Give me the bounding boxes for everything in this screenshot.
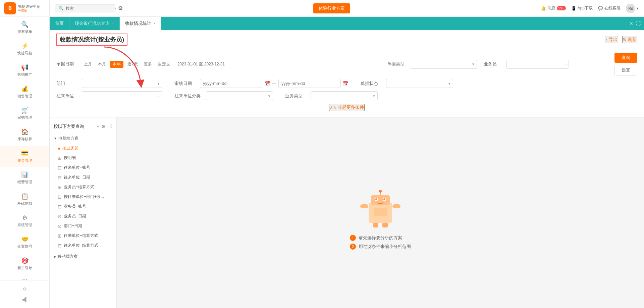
date-more-btn[interactable]: 更多 — [142, 61, 154, 68]
svg-point-5 — [383, 198, 385, 200]
review-date-from-input[interactable] — [200, 79, 262, 88]
sidebar-item-hardware[interactable]: 📡智能硬件 — [0, 274, 49, 280]
scheme-item-0[interactable]: ●按业务员 — [50, 143, 116, 153]
query-buttons: 查询 设置 — [614, 53, 637, 75]
doc-type-select-wrapper — [410, 60, 477, 69]
counterpart-class-label: 往来单位分类 — [174, 93, 201, 99]
tab-bank-flow-close[interactable]: × — [112, 21, 114, 26]
sidebar-collapse[interactable]: ◀▌ — [0, 294, 49, 305]
dropdown-arrow-user[interactable]: ▾ — [637, 6, 639, 11]
user-profile[interactable]: Rit ▾ — [626, 4, 639, 13]
sidebar-item-purchase[interactable]: 🛒采购管理 — [0, 103, 49, 124]
scheme-item-5[interactable]: ⊟按往来单位+部门+收... — [50, 192, 116, 202]
sidebar-item-guide[interactable]: 🎯新手引导 — [0, 253, 49, 274]
notification-btn[interactable]: 🔔 消息 99+ — [541, 5, 566, 11]
calendar-to-icon[interactable]: 📅 — [343, 81, 348, 86]
tabbar-right: ✕ ⛶ — [626, 17, 644, 30]
counterpart-class-select[interactable] — [206, 91, 273, 100]
sidebar-item-base-info[interactable]: 📋基础信息 — [0, 189, 49, 210]
online-service-btn[interactable]: 💬 在线客服 — [598, 5, 621, 11]
collapse-more-btn[interactable]: ∧∧ 收起更多条件 — [329, 104, 365, 111]
business-type-select[interactable] — [311, 91, 378, 100]
filter-settings-button[interactable]: 设置 — [614, 65, 637, 75]
scheme-item-6[interactable]: ⊟业务员+账号 — [50, 202, 116, 211]
sidebar-item-finance[interactable]: 💳资金管理 — [0, 146, 49, 167]
department-select[interactable] — [82, 79, 162, 88]
scheme-item-label-8: 部门+日期 — [64, 223, 82, 229]
scheme-group-mobile-header[interactable]: ▶ 移动端方案 — [50, 252, 116, 261]
dropdown-arrow[interactable]: ▾ — [115, 6, 116, 10]
review-date-range: 📅 — 📅 — [200, 79, 348, 88]
app-download-btn[interactable]: 📱 App下载 — [571, 5, 593, 11]
topbar: 🔍 ▾ ⚙ 体验行业方案 🔔 消息 99+ 📱 App下载 — [50, 0, 644, 17]
salesperson-label: 业务员 — [484, 61, 504, 67]
scheme-item-9[interactable]: ⊞往来单位+结算方式 — [50, 231, 116, 241]
scheme-item-1[interactable]: ⊞按明细 — [50, 153, 116, 163]
sidebar-settings[interactable]: ⚙ — [0, 284, 49, 294]
svg-rect-9 — [382, 223, 388, 227]
counterpart-more-icon[interactable]: ··· — [157, 94, 160, 98]
date-divider: — — [272, 81, 276, 86]
scheme-item-label-0: 按业务员 — [62, 145, 78, 151]
window-close-btn[interactable]: ✕ — [629, 21, 633, 26]
svg-rect-6 — [360, 204, 368, 208]
date-cur-year-btn[interactable]: 本年 — [110, 61, 123, 68]
right-content: 1 请先选择要分析的方案 2 用过滤条件来缩小分析范围 — [117, 117, 644, 308]
sidebar-item-sales[interactable]: 💰销售管理 — [0, 81, 49, 103]
page-content: 收款情况统计(按业务员) ↑ 导出 ↻ 刷新 单据日期 上月 — [50, 30, 644, 308]
scheme-item-2[interactable]: ⊟往来单位+账号 — [50, 163, 116, 172]
tab-home[interactable]: 首页 — [50, 17, 69, 30]
svg-rect-8 — [373, 223, 378, 227]
date-7days-btn[interactable]: 近7天 — [125, 61, 140, 68]
sidebar-item-system[interactable]: ⚙系统管理 — [0, 210, 49, 232]
date-custom-btn[interactable]: 自定义 — [156, 61, 172, 68]
sidebar-item-search[interactable]: 🔍搜索菜单 — [0, 17, 49, 38]
counterpart-label: 往来单位 — [56, 93, 76, 99]
scheme-item-7[interactable]: ⊙业务员+日期 — [50, 211, 116, 221]
salesperson-more-icon[interactable]: ··· — [564, 62, 567, 66]
tab-receipt-stats[interactable]: 收款情况统计 × — [120, 17, 161, 30]
scheme-settings-btn[interactable]: ⚙ — [101, 123, 106, 130]
scheme-item-label-10: 往来单位+结算方式 — [64, 243, 98, 248]
review-date-to-input[interactable] — [278, 79, 341, 88]
date-prev-month-btn[interactable]: 上月 — [82, 61, 94, 68]
scheme-group-desktop-header[interactable]: ▼ 电脑端方案 — [50, 134, 116, 143]
sidebar-item-quick-nav[interactable]: ⚡快捷导航 — [0, 38, 49, 60]
tab-receipt-stats-close[interactable]: × — [153, 21, 156, 26]
query-button[interactable]: 查询 — [614, 53, 637, 63]
refresh-button[interactable]: ↻ 刷新 — [622, 36, 637, 43]
scheme-add-btn[interactable]: + — [97, 123, 99, 130]
scheme-item-label-6: 业务员+账号 — [64, 204, 86, 209]
left-panel: 按以下方案查询 + ⚙ 《 ▼ 电脑端方案 — [50, 117, 117, 308]
counterpart-input[interactable] — [82, 91, 162, 100]
date-range-display: 2023-01-01 至 2023-12-31 — [177, 61, 225, 67]
window-maximize-btn[interactable]: ⛶ — [636, 21, 641, 26]
calendar-from-icon[interactable]: 📅 — [264, 81, 270, 86]
enterprise-icon: 🤝 — [21, 236, 29, 243]
sidebar-label-sales: 销售管理 — [17, 94, 32, 99]
tab-bank-flow[interactable]: 现金银行流水查询 × — [69, 17, 120, 30]
sidebar-item-inventory[interactable]: 🏠库存核算 — [0, 124, 49, 146]
topbar-gear-icon[interactable]: ⚙ — [118, 5, 123, 11]
search-input[interactable] — [66, 6, 113, 11]
doc-type-select[interactable] — [410, 60, 477, 69]
scheme-item-10[interactable]: ⊟往来单位+结算方式 — [50, 241, 116, 250]
doc-status-select[interactable] — [386, 79, 453, 88]
sidebar-item-ops[interactable]: 📊经营管理 — [0, 167, 49, 189]
sidebar-label-marketing: 营销推广 — [17, 72, 32, 77]
scheme-collapse-btn[interactable]: 《 — [108, 123, 112, 130]
date-cur-month-btn[interactable]: 本月 — [96, 61, 108, 68]
scheme-item-4[interactable]: ⊞业务员+结算方式 — [50, 182, 116, 192]
tabbar: 首页 现金银行流水查询 × 收款情况统计 × ✕ ⛶ — [50, 17, 644, 30]
export-button[interactable]: ↑ 导出 — [605, 36, 619, 43]
salesperson-input[interactable] — [506, 60, 569, 69]
scheme-item-8[interactable]: ⊙部门+日期 — [50, 221, 116, 231]
scheme-item-icon-1: ⊞ — [58, 155, 62, 161]
guide-icon: 🎯 — [21, 257, 29, 264]
sidebar-bottom: ⚙ ◀▌ — [0, 280, 49, 308]
sidebar-item-marketing[interactable]: 📢营销推广 — [0, 60, 49, 81]
sidebar-item-enterprise[interactable]: 🤝企业协同 — [0, 232, 49, 253]
solution-button[interactable]: 体验行业方案 — [313, 3, 350, 13]
scheme-item-icon-2: ⊟ — [58, 165, 62, 170]
scheme-item-3[interactable]: ⊟往来单位+日期 — [50, 172, 116, 182]
